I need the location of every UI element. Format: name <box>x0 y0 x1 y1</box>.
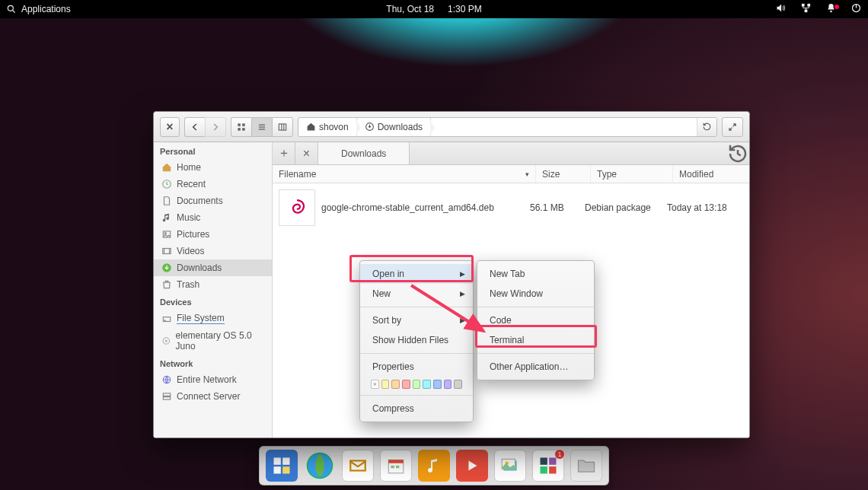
breadcrumb-home[interactable]: shovon <box>298 118 357 136</box>
view-columns-button[interactable] <box>272 117 293 137</box>
panel-date[interactable]: Thu, Oct 18 <box>386 4 434 14</box>
dock-multitasking[interactable] <box>266 450 298 482</box>
svg-point-25 <box>164 320 165 320</box>
context-menu-main: Open in▶ New▶ Sort by▶ Show Hidden Files… <box>359 260 474 422</box>
note-icon <box>425 457 443 475</box>
dock: 1 <box>259 446 609 485</box>
top-panel: Applications Thu, Oct 18 1:30 PM <box>0 0 868 18</box>
dock-photos[interactable] <box>494 450 526 482</box>
dock-browser[interactable] <box>304 450 336 482</box>
dock-switchboard[interactable]: 1 <box>532 450 564 482</box>
ctx-open-in[interactable]: Open in▶ <box>360 264 473 284</box>
view-icons-button[interactable] <box>231 117 251 137</box>
svg-rect-47 <box>549 458 556 465</box>
server-icon <box>161 391 172 402</box>
sidebar-item-entire-network[interactable]: Entire Network <box>154 371 272 388</box>
sidebar-item-filesystem[interactable]: File System <box>154 310 272 327</box>
file-thumbnail <box>279 189 315 226</box>
tab-history-button[interactable] <box>726 142 749 164</box>
ctx-sub-terminal[interactable]: Terminal <box>477 330 594 350</box>
color-swatch[interactable] <box>444 380 452 389</box>
ctx-compress[interactable]: Compress <box>360 399 473 418</box>
ctx-sub-other-app[interactable]: Other Application… <box>477 357 594 377</box>
ctx-separator <box>477 353 594 354</box>
sound-indicator[interactable] <box>775 2 787 16</box>
close-tab-button[interactable]: × <box>295 142 318 164</box>
svg-rect-29 <box>163 393 170 396</box>
network-indicator[interactable] <box>800 2 812 16</box>
sidebar-item-pictures[interactable]: Pictures <box>154 226 272 243</box>
svg-rect-4 <box>805 9 808 12</box>
color-swatch[interactable] <box>402 380 410 389</box>
svg-point-21 <box>164 233 166 234</box>
color-swatch[interactable] <box>433 380 442 389</box>
file-size: 56.1 MB <box>530 202 585 213</box>
home-icon <box>161 162 172 173</box>
reload-button[interactable] <box>697 118 716 136</box>
svg-point-0 <box>8 5 13 11</box>
dock-videos[interactable] <box>456 450 488 482</box>
columns-icon <box>277 122 288 132</box>
session-indicator[interactable] <box>850 2 862 16</box>
ctx-separator <box>360 353 473 354</box>
column-size[interactable]: Size <box>536 165 591 183</box>
ctx-properties[interactable]: Properties <box>360 357 473 377</box>
file-modified: Today at 13:18 <box>667 202 743 213</box>
color-none[interactable]: × <box>371 380 379 389</box>
ctx-sub-new-tab[interactable]: New Tab <box>477 264 594 284</box>
dock-music[interactable] <box>418 450 450 482</box>
dock-mail[interactable] <box>342 450 374 482</box>
column-modified[interactable]: Modified <box>673 165 749 183</box>
ctx-new[interactable]: New▶ <box>360 284 473 304</box>
maximize-button[interactable] <box>722 117 743 137</box>
sidebar-item-recent[interactable]: Recent <box>154 176 272 192</box>
sidebar-header-personal: Personal <box>154 142 272 159</box>
column-type[interactable]: Type <box>591 165 673 183</box>
debian-swirl-icon <box>286 196 308 219</box>
video-icon <box>161 246 172 256</box>
sidebar-item-home[interactable]: Home <box>154 159 272 176</box>
sidebar-item-os-media[interactable]: elementary OS 5.0 Juno <box>154 327 272 355</box>
dock-files[interactable] <box>570 450 602 482</box>
network-icon <box>800 2 812 14</box>
color-swatch[interactable] <box>454 380 462 389</box>
grid-icon <box>236 122 247 132</box>
download-circle-icon <box>161 262 172 273</box>
sidebar-item-music[interactable]: Music <box>154 209 272 226</box>
panel-time[interactable]: 1:30 PM <box>448 4 482 14</box>
window-close-button[interactable]: × <box>160 117 180 137</box>
file-row[interactable]: google-chrome-stable_current_amd64.deb 5… <box>273 183 749 232</box>
sidebar-item-connect-server[interactable]: Connect Server <box>154 388 272 405</box>
view-list-button[interactable] <box>251 117 272 137</box>
sidebar-header-devices: Devices <box>154 293 272 310</box>
ctx-sub-new-window[interactable]: New Window <box>477 284 594 304</box>
svg-rect-34 <box>274 466 281 473</box>
ctx-show-hidden[interactable]: Show Hidden Files <box>360 330 473 350</box>
nav-back-button[interactable] <box>184 117 205 137</box>
sidebar-item-documents[interactable]: Documents <box>154 192 272 209</box>
breadcrumb-downloads[interactable]: Downloads <box>357 118 431 136</box>
sidebar-item-downloads[interactable]: Downloads <box>154 259 272 276</box>
sidebar-item-videos[interactable]: Videos <box>154 243 272 259</box>
ctx-sub-code[interactable]: Code <box>477 310 594 330</box>
applications-menu[interactable]: Applications <box>6 4 71 14</box>
nav-forward-button[interactable] <box>205 117 226 137</box>
tab-downloads[interactable]: Downloads <box>318 142 410 164</box>
search-icon <box>6 4 17 14</box>
color-swatch[interactable] <box>391 380 400 389</box>
color-swatch[interactable] <box>381 380 390 389</box>
svg-rect-2 <box>802 4 805 7</box>
color-swatch[interactable] <box>423 380 431 389</box>
column-filename[interactable]: Filename▾ <box>273 165 536 183</box>
svg-rect-32 <box>274 458 281 465</box>
svg-rect-40 <box>388 460 404 463</box>
dock-calendar[interactable] <box>380 450 412 482</box>
ctx-sort-by[interactable]: Sort by▶ <box>360 310 473 330</box>
color-swatch[interactable] <box>413 380 421 389</box>
dock-badge: 1 <box>554 449 565 460</box>
sidebar-item-trash[interactable]: Trash <box>154 276 272 293</box>
new-tab-button[interactable]: ＋ <box>273 142 295 164</box>
photos-icon <box>500 456 520 476</box>
notifications-indicator[interactable] <box>825 2 837 16</box>
file-type: Debian package <box>585 202 667 213</box>
